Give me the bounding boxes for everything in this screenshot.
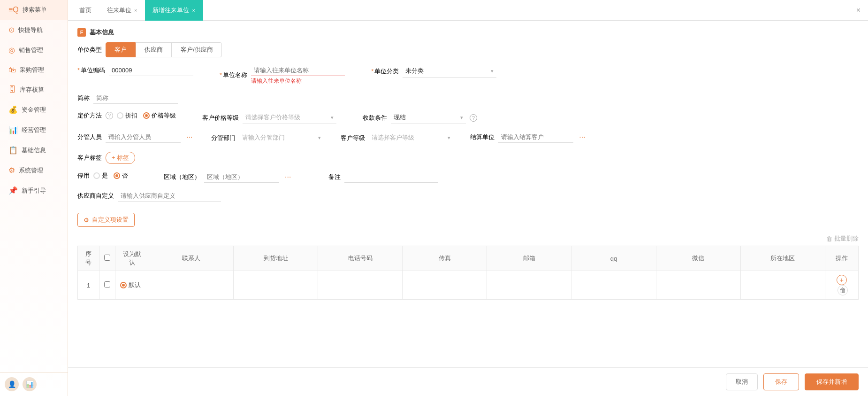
row-contact[interactable] — [149, 271, 234, 300]
sidebar-item-sysmgmt[interactable]: ⚙ 系统管理 — [0, 160, 68, 180]
tab-partner-list[interactable]: 往来单位 × — [99, 0, 145, 21]
basicinfo-icon: 📋 — [8, 146, 18, 155]
remarks-input[interactable] — [344, 171, 438, 183]
remarks-field: 备注 — [328, 171, 438, 183]
save-new-button[interactable]: 保存并新增 — [805, 373, 859, 390]
supplier-custom-input[interactable] — [118, 190, 221, 202]
sidebar-item-newguide[interactable]: 📌 新手引导 — [0, 180, 68, 201]
pricing-method-field: 定价方法 ? 折扣 价格等级 — [77, 111, 176, 120]
sidebar-item-finance[interactable]: 💰 资金管理 — [0, 100, 68, 120]
custom-settings-label: 自定义项设置 — [92, 216, 129, 224]
tab-add-partner[interactable]: 新增往来单位 × — [145, 0, 203, 21]
tab-home[interactable]: 首页 — [72, 0, 99, 21]
cancel-button[interactable]: 取消 — [726, 373, 758, 390]
settlement-more-btn[interactable]: ··· — [577, 133, 587, 141]
row-location[interactable] — [740, 271, 825, 300]
fax-input[interactable] — [407, 282, 482, 289]
row-email[interactable] — [487, 271, 571, 300]
payment-condition-field: 收款条件 现结 ▾ ? — [363, 111, 477, 124]
unit-code-field: *单位编码 — [77, 65, 193, 76]
disabled-no[interactable]: 否 — [114, 171, 128, 180]
region-input[interactable] — [204, 171, 279, 183]
disabled-yes[interactable]: 是 — [93, 171, 108, 180]
department-select[interactable]: 请输入分管部门 ▾ — [239, 132, 324, 144]
pricing-method-label: 定价方法 — [77, 111, 102, 120]
payment-help-icon[interactable]: ? — [470, 114, 477, 122]
settlement-unit-input[interactable] — [498, 132, 573, 143]
row-delete-button[interactable]: 🗑 — [838, 285, 848, 295]
gear-icon: ⚙ — [84, 217, 89, 224]
wechat-input[interactable] — [661, 282, 736, 289]
disabled-no-label: 否 — [122, 171, 128, 180]
unit-type-btn-group: 客户 供应商 客户/供应商 — [106, 42, 222, 57]
sidebar-item-basicinfo[interactable]: 📋 基础信息 — [0, 140, 68, 160]
pricing-radio-price-level[interactable]: 价格等级 — [143, 111, 176, 120]
customer-level-select[interactable]: 请选择客户等级 ▾ — [369, 132, 453, 144]
tab-partner-list-close[interactable]: × — [134, 8, 137, 13]
row-add-button[interactable]: + — [837, 275, 847, 285]
qq-input[interactable] — [576, 282, 651, 289]
row-qq[interactable] — [571, 271, 656, 300]
default-label: 默认 — [129, 281, 141, 289]
row-wechat[interactable] — [656, 271, 740, 300]
pricing-radio-discount[interactable]: 折扣 — [117, 111, 137, 120]
contact-input[interactable] — [154, 282, 228, 289]
sidebar-item-sales[interactable]: ◎ 销售管理 — [0, 40, 68, 60]
type-btn-customer[interactable]: 客户 — [106, 42, 136, 57]
user-btn[interactable]: 👤 — [5, 377, 19, 391]
unit-type-row: 单位类型 客户 供应商 客户/供应商 — [77, 42, 859, 57]
row-checkbox[interactable] — [104, 281, 110, 287]
row-address[interactable] — [234, 271, 318, 300]
th-address: 到货地址 — [234, 246, 318, 271]
custom-settings-button[interactable]: ⚙ 自定义项设置 — [77, 213, 135, 227]
region-more-btn[interactable]: ··· — [283, 173, 293, 181]
disabled-yes-circle — [93, 172, 100, 179]
batch-delete-row: 🗑 批量删除 — [77, 234, 859, 243]
customer-price-level-select[interactable]: 请选择客户价格等级 ▾ — [243, 111, 336, 124]
customer-tag-row: 客户标签 + 标签 — [77, 152, 859, 164]
pricing-help-icon[interactable]: ? — [106, 112, 113, 119]
department-label: 分管部门 — [211, 134, 236, 142]
email-input[interactable] — [492, 282, 566, 289]
th-contact: 联系人 — [149, 246, 234, 271]
tabbar-close-all[interactable]: × — [853, 4, 864, 16]
address-input[interactable] — [238, 282, 313, 289]
unit-category-select[interactable]: 未分类 ▾ — [403, 65, 496, 78]
unit-name-col: 请输入往来单位名称 — [251, 65, 345, 85]
main-area: 首页 往来单位 × 新增往来单位 × × F 基本信息 单位类型 客户 供应商 … — [68, 0, 868, 396]
row-default-radio[interactable]: 默认 — [120, 281, 144, 289]
abbr-input[interactable] — [93, 93, 178, 104]
location-input[interactable] — [746, 282, 820, 289]
type-btn-supplier[interactable]: 供应商 — [136, 42, 172, 57]
row-fax[interactable] — [403, 271, 487, 300]
sidebar-item-ops[interactable]: 📊 经营管理 — [0, 120, 68, 140]
batch-delete-button[interactable]: 🗑 批量删除 — [826, 234, 859, 243]
select-all-checkbox[interactable] — [104, 255, 110, 261]
sidebar-item-search[interactable]: ≡Q 搜索菜单 — [0, 0, 68, 20]
tab-add-partner-close[interactable]: × — [192, 8, 195, 13]
tab-partner-list-label: 往来单位 — [107, 6, 131, 15]
code-name-row: *单位编码 *单位名称 请输入往来单位名称 *单位分类 未分类 ▾ — [77, 65, 859, 85]
unit-code-input[interactable] — [109, 65, 193, 76]
row-phone[interactable] — [318, 271, 403, 300]
discount-radio-circle — [117, 112, 123, 119]
stats-btn[interactable]: 📊 — [23, 377, 37, 391]
add-tag-button[interactable]: + 标签 — [106, 152, 135, 164]
save-button[interactable]: 保存 — [763, 373, 799, 390]
sidebar-item-quicknav[interactable]: ⊙ 快捷导航 — [0, 20, 68, 40]
sidebar-item-inventory[interactable]: 🗄 库存核算 — [0, 80, 68, 100]
row-actions: + 🗑 — [825, 271, 858, 300]
payment-condition-select[interactable]: 现结 ▾ — [391, 111, 466, 124]
remarks-label: 备注 — [328, 173, 341, 181]
type-btn-both[interactable]: 客户/供应商 — [172, 42, 222, 57]
contact-table: 序号 设为默认 联系人 到货地址 电话号码 传真 邮箱 qq 微信 所在地区 操… — [77, 246, 859, 300]
manager-input[interactable] — [106, 132, 181, 143]
newguide-icon: 📌 — [8, 186, 18, 195]
manager-more-btn[interactable]: ··· — [184, 133, 194, 141]
unit-name-input[interactable] — [251, 65, 345, 76]
tab-home-label: 首页 — [79, 6, 91, 15]
phone-input[interactable] — [323, 282, 397, 289]
sidebar-item-label: 采购管理 — [20, 66, 44, 74]
ops-icon: 📊 — [8, 125, 18, 134]
sidebar-item-purchase[interactable]: 🛍 采购管理 — [0, 60, 68, 80]
